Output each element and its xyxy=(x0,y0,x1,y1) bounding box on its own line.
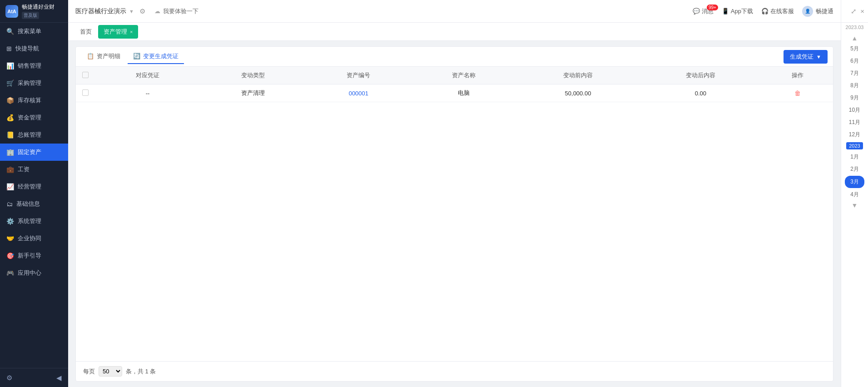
tab-asset-management[interactable]: 资产管理 × xyxy=(98,25,138,39)
data-table-wrap: 对应凭证 变动类型 资产编号 资产名称 xyxy=(76,67,833,361)
month-10[interactable]: 10月 xyxy=(841,104,868,116)
sidebar-item-guide[interactable]: 🎯新手引导 xyxy=(0,247,68,264)
table-row: -- 资产清理 000001 电脑 xyxy=(76,84,833,102)
tab-voucher-label: 变更生成凭证 xyxy=(143,52,179,60)
tab-change-voucher[interactable]: 🔄 变更生成凭证 xyxy=(128,50,184,64)
row-checkbox[interactable] xyxy=(82,89,89,96)
table-header: 对应凭证 变动类型 资产编号 资产名称 xyxy=(76,67,833,84)
trial-button[interactable]: ☁ 我要体验一下 xyxy=(154,7,198,15)
month-11[interactable]: 11月 xyxy=(841,116,868,129)
sidebar-item-salary[interactable]: 💼工资 xyxy=(0,161,68,178)
sidebar-item-nav[interactable]: ⊞快捷导航 xyxy=(0,40,68,57)
row-change-type: 资产清理 xyxy=(200,84,306,102)
tab-home[interactable]: 首页 xyxy=(75,25,96,39)
timeline: ▲ 5月 6月 7月 8月 9月 10月 11月 12月 2023 1月 2月 … xyxy=(841,32,868,387)
month-4[interactable]: 4月 xyxy=(841,189,868,201)
sidebar-item-sales[interactable]: 📊销售管理 xyxy=(0,57,68,74)
content-area: 📋 资产明细 🔄 变更生成凭证 生成凭证 ▼ xyxy=(68,41,841,387)
month-12[interactable]: 12月 xyxy=(841,129,868,141)
sidebar-item-fixed[interactable]: 🏢固定资产 xyxy=(0,144,68,161)
company-selector[interactable]: 医疗器械行业演示 ▼ xyxy=(75,7,134,15)
app-label: App下载 xyxy=(731,7,753,15)
sidebar-item-label: 新手引导 xyxy=(18,252,41,260)
sidebar-item-label: 系统管理 xyxy=(18,217,41,225)
nav-icon: ⊞ xyxy=(6,45,12,52)
sidebar-item-basic[interactable]: 🗂基础信息 xyxy=(0,195,68,213)
sidebar: AtA 畅捷通好业财 普及版 🔍搜索菜单⊞快捷导航📊销售管理🛒采购管理📦库存核算… xyxy=(0,0,68,387)
row-before: 50,000.00 xyxy=(517,84,640,102)
user-menu[interactable]: 👤 畅捷通 xyxy=(802,6,833,17)
row-action: 🗑 xyxy=(762,84,833,102)
month-2[interactable]: 2月 xyxy=(841,163,868,175)
sidebar-item-label: 基础信息 xyxy=(16,200,40,208)
th-after: 变动后内容 xyxy=(639,67,762,84)
collapse-icon[interactable]: ◀ xyxy=(56,374,62,382)
per-page-select[interactable]: 50 10 20 100 xyxy=(99,366,122,377)
ledger-icon: 📒 xyxy=(6,131,14,139)
header-right: 💬 消息 99+ 📱 App下载 🎧 在线客服 👤 畅捷通 xyxy=(693,6,833,17)
total-label: 条，共 1 条 xyxy=(126,367,156,376)
delete-icon[interactable]: 🗑 xyxy=(794,89,801,97)
th-asset-no: 资产编号 xyxy=(306,67,411,84)
settings-icon[interactable]: ⚙ xyxy=(139,7,145,15)
change-icon: 🔄 xyxy=(133,53,140,60)
logo-icon: AtA xyxy=(5,5,18,18)
month-5[interactable]: 5月 xyxy=(841,43,868,55)
right-panel-header: ⤢ × xyxy=(841,0,868,23)
pagination-bar: 每页 50 10 20 100 条，共 1 条 xyxy=(76,361,833,381)
sales-icon: 📊 xyxy=(6,62,14,69)
system-icon: ⚙️ xyxy=(6,218,14,225)
month-1[interactable]: 1月 xyxy=(841,151,868,163)
tab-asset-detail[interactable]: 📋 资产明细 xyxy=(81,50,126,64)
sidebar-item-ledger[interactable]: 📒总账管理 xyxy=(0,126,68,144)
search-icon: 🔍 xyxy=(6,28,14,35)
sidebar-item-appstore[interactable]: 🎮应用中心 xyxy=(0,264,68,282)
chevron-down-icon: ▼ xyxy=(816,54,821,60)
sidebar-item-finance[interactable]: 💰资金管理 xyxy=(0,109,68,126)
month-3-active[interactable]: 3月 xyxy=(845,176,864,188)
ops-icon: 📈 xyxy=(6,183,14,190)
salary-icon: 💼 xyxy=(6,166,14,173)
expand-icon[interactable]: ⤢ xyxy=(851,7,857,15)
sidebar-logo: AtA 畅捷通好业财 普及版 xyxy=(0,0,68,23)
per-page-label: 每页 xyxy=(83,367,95,376)
sidebar-item-purchase[interactable]: 🛒采购管理 xyxy=(0,74,68,92)
sidebar-item-label: 经营管理 xyxy=(18,183,41,191)
purchase-icon: 🛒 xyxy=(6,79,14,87)
tab-close-icon[interactable]: × xyxy=(130,29,133,35)
service-button[interactable]: 🎧 在线客服 xyxy=(761,7,794,15)
generate-voucher-button[interactable]: 生成凭证 ▼ xyxy=(784,50,828,64)
app-download-button[interactable]: 📱 App下载 xyxy=(722,7,753,15)
right-timeline-panel: ⤢ × 2023.03 ▲ 5月 6月 7月 8月 9月 10月 11月 12月… xyxy=(841,0,868,387)
scroll-up-icon[interactable]: ▲ xyxy=(851,34,859,43)
message-badge: 99+ xyxy=(707,5,718,10)
sidebar-item-inventory[interactable]: 📦库存核算 xyxy=(0,92,68,109)
close-icon[interactable]: × xyxy=(860,7,864,15)
sidebar-item-label: 采购管理 xyxy=(18,79,41,87)
month-9[interactable]: 9月 xyxy=(841,92,868,104)
month-7[interactable]: 7月 xyxy=(841,67,868,79)
company-name: 医疗器械行业演示 xyxy=(75,7,126,15)
row-after: 0.00 xyxy=(639,84,762,102)
service-icon: 🎧 xyxy=(761,8,769,15)
settings-icon[interactable]: ⚙ xyxy=(6,374,12,382)
header-checkbox[interactable] xyxy=(82,72,89,78)
panel-action-area: 生成凭证 ▼ xyxy=(784,50,828,64)
scroll-down-icon[interactable]: ▼ xyxy=(851,201,859,210)
sidebar-item-label: 销售管理 xyxy=(18,62,41,70)
inventory-icon: 📦 xyxy=(6,97,14,104)
message-button[interactable]: 💬 消息 99+ xyxy=(693,7,714,15)
th-voucher: 对应凭证 xyxy=(95,67,200,84)
sidebar-item-search[interactable]: 🔍搜索菜单 xyxy=(0,23,68,40)
sidebar-item-ops[interactable]: 📈经营管理 xyxy=(0,178,68,195)
panel-tab-bar: 📋 资产明细 🔄 变更生成凭证 生成凭证 ▼ xyxy=(76,47,833,67)
month-8[interactable]: 8月 xyxy=(841,79,868,92)
month-6[interactable]: 6月 xyxy=(841,55,868,67)
sidebar-item-label: 搜索菜单 xyxy=(18,27,41,35)
app-icon: 📱 xyxy=(722,8,729,15)
sidebar-item-system[interactable]: ⚙️系统管理 xyxy=(0,213,68,230)
tab-home-label: 首页 xyxy=(80,28,92,35)
appstore-icon: 🎮 xyxy=(6,269,14,277)
th-action: 操作 xyxy=(762,67,833,84)
sidebar-item-collab[interactable]: 🤝企业协同 xyxy=(0,230,68,247)
